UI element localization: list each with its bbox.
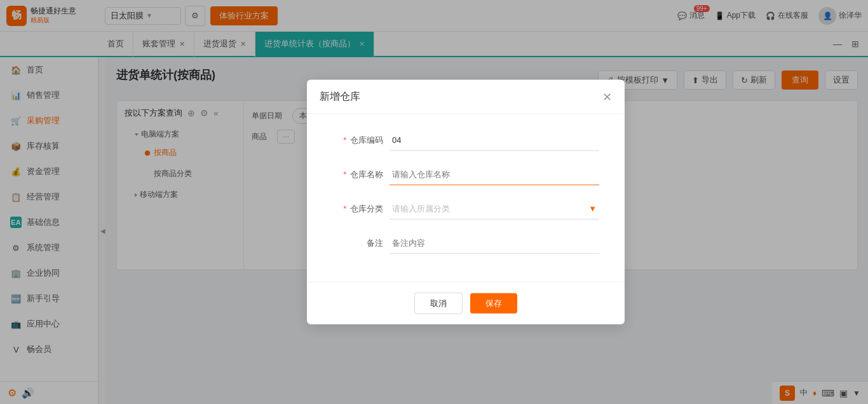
- save-button[interactable]: 保存: [470, 293, 517, 314]
- note-label: 备注: [332, 238, 383, 249]
- modal-header: 新增仓库 ✕: [307, 80, 625, 114]
- warehouse-note-input[interactable]: [390, 232, 599, 254]
- modal-title: 新增仓库: [320, 90, 360, 104]
- name-label: * 仓库名称: [332, 169, 383, 180]
- code-label: * 仓库编码: [332, 135, 383, 146]
- form-row-code: * 仓库编码: [332, 130, 599, 151]
- warehouse-code-input[interactable]: [390, 130, 599, 151]
- modal-footer: 取消 保存: [307, 282, 625, 325]
- form-row-category: * 仓库分类 请输入所属分类 ▼: [332, 198, 599, 220]
- modal-body: * 仓库编码 * 仓库名称 * 仓库分类 请输入所属分类 ▼: [307, 114, 625, 282]
- required-star-category: *: [343, 204, 346, 213]
- form-row-name: * 仓库名称: [332, 164, 599, 185]
- warehouse-category-select[interactable]: 请输入所属分类 ▼: [390, 198, 599, 220]
- category-label: * 仓库分类: [332, 203, 383, 215]
- cancel-button[interactable]: 取消: [414, 293, 463, 314]
- warehouse-name-input[interactable]: [390, 164, 599, 185]
- add-warehouse-modal: 新增仓库 ✕ * 仓库编码 * 仓库名称 * 仓库分类 请输入: [307, 80, 625, 325]
- category-chevron-icon: ▼: [588, 204, 597, 213]
- required-star-code: *: [343, 135, 346, 145]
- category-placeholder: 请输入所属分类: [392, 203, 450, 214]
- modal-close-button[interactable]: ✕: [602, 91, 612, 102]
- form-row-note: 备注: [332, 232, 599, 254]
- required-star-name: *: [343, 170, 346, 179]
